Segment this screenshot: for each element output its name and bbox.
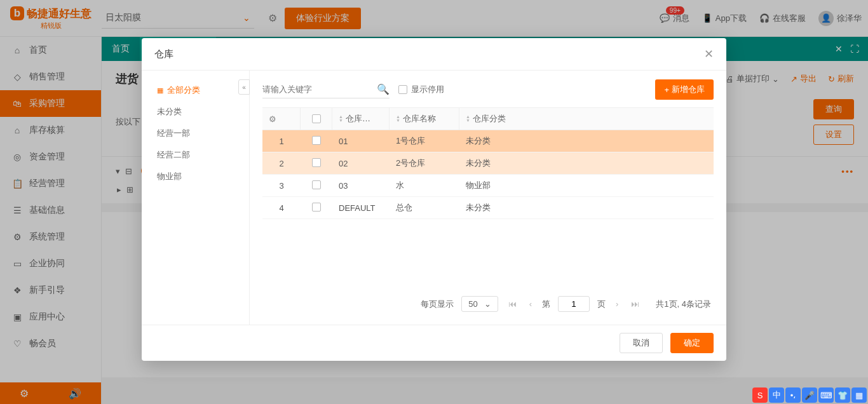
select-all-column[interactable]: [301, 108, 332, 130]
name-column[interactable]: ▲▼仓库名称: [390, 108, 459, 130]
column-label: 仓库分类: [473, 113, 506, 125]
category-item[interactable]: 物业部: [142, 166, 249, 187]
row-checkbox[interactable]: [312, 180, 321, 189]
first-page-icon[interactable]: ⏮: [506, 299, 519, 309]
row-name: 水: [390, 175, 459, 196]
gear-column[interactable]: ⚙: [262, 108, 301, 130]
add-warehouse-button[interactable]: + 新增仓库: [655, 79, 714, 100]
select-all-checkbox[interactable]: [312, 114, 321, 123]
page-prefix: 第: [542, 299, 550, 310]
search-icon[interactable]: 🔍: [377, 83, 390, 95]
row-code: DEFAULT: [332, 198, 390, 218]
row-code: 03: [332, 176, 390, 196]
category-label: 全部分类: [167, 84, 200, 96]
sort-icon: ▲▼: [396, 115, 400, 123]
modal-toolbar: 🔍 显示停用 + 新增仓库: [262, 79, 714, 100]
row-name: 总仓: [390, 197, 459, 219]
last-page-icon[interactable]: ⏭: [628, 299, 642, 309]
row-code: 02: [332, 154, 390, 173]
add-label: 新增仓库: [672, 84, 705, 95]
ime-mic-icon[interactable]: 🎤: [802, 387, 817, 403]
code-column[interactable]: ▲▼仓库…: [332, 108, 390, 130]
row-number: 1: [262, 131, 301, 151]
per-page-value: 50: [468, 299, 477, 309]
row-name: 1号仓库: [390, 130, 459, 152]
column-label: 仓库…: [346, 113, 370, 125]
grid-header: ⚙ ▲▼仓库… ▲▼仓库名称 ▲▼仓库分类: [262, 108, 714, 130]
table-row[interactable]: 4 DEFAULT 总仓 未分类: [262, 197, 714, 219]
search-box: 🔍: [262, 81, 390, 98]
prev-page-icon[interactable]: ‹: [527, 299, 534, 309]
modal-body: « ▦ 全部分类 未分类 经营一部 经营二部 物业部 🔍: [142, 71, 726, 325]
row-cat: 物业部: [459, 175, 714, 196]
warehouse-grid: ⚙ ▲▼仓库… ▲▼仓库名称 ▲▼仓库分类 1 01 1号仓库 未分类: [262, 107, 714, 219]
per-page-select[interactable]: 50 ⌄: [461, 296, 498, 312]
sort-icon: ▲▼: [339, 115, 343, 123]
search-input[interactable]: [262, 81, 377, 98]
row-number: 4: [262, 198, 301, 218]
ime-s-icon[interactable]: S: [752, 387, 768, 403]
show-disabled-toggle[interactable]: 显示停用: [398, 84, 444, 95]
next-page-icon[interactable]: ›: [613, 299, 621, 309]
ime-punct-icon[interactable]: •،: [785, 387, 801, 403]
category-sidebar: « ▦ 全部分类 未分类 经营一部 经营二部 物业部: [142, 71, 250, 325]
table-row[interactable]: 2 02 2号仓库 未分类: [262, 152, 714, 175]
ok-button[interactable]: 确定: [670, 333, 714, 353]
modal-footer: 取消 确定: [142, 325, 726, 361]
show-disabled-label: 显示停用: [411, 84, 444, 95]
modal-title: 仓库: [154, 48, 173, 60]
warehouse-modal: 仓库 ✕ « ▦ 全部分类 未分类 经营一部 经营二部 物业部 🔍: [142, 38, 726, 361]
row-cat: 未分类: [459, 197, 714, 219]
category-all[interactable]: ▦ 全部分类: [142, 79, 249, 101]
modal-main: 🔍 显示停用 + 新增仓库 ⚙ ▲▼仓库…: [250, 71, 726, 325]
pager: 每页显示 50 ⌄ ⏮ ‹ 第 页 › ⏭ 共1页, 4条记录: [262, 288, 714, 320]
row-number: 3: [262, 176, 301, 196]
collapse-handle[interactable]: «: [238, 79, 250, 95]
ime-bar: S 中 •، 🎤 ⌨ 👕 ▦: [751, 386, 868, 404]
grid-icon: ▦: [157, 86, 163, 95]
ime-keyboard-icon[interactable]: ⌨: [818, 387, 834, 403]
page-input[interactable]: [558, 296, 590, 312]
row-checkbox[interactable]: [312, 203, 321, 212]
category-item[interactable]: 经营二部: [142, 144, 249, 166]
column-label: 仓库名称: [403, 113, 436, 125]
row-cat: 未分类: [459, 130, 714, 152]
plus-icon: +: [664, 85, 669, 95]
table-row[interactable]: 1 01 1号仓库 未分类: [262, 130, 714, 152]
modal-overlay: 仓库 ✕ « ▦ 全部分类 未分类 经营一部 经营二部 物业部 🔍: [0, 0, 868, 404]
ime-lang-icon[interactable]: 中: [769, 387, 784, 403]
category-item[interactable]: 经营一部: [142, 123, 249, 144]
close-icon[interactable]: ✕: [704, 47, 714, 61]
row-cat: 未分类: [459, 152, 714, 174]
cancel-button[interactable]: 取消: [620, 333, 663, 353]
show-disabled-checkbox[interactable]: [398, 85, 407, 94]
ime-skin-icon[interactable]: 👕: [835, 387, 850, 403]
row-checkbox[interactable]: [312, 158, 321, 167]
modal-header: 仓库 ✕: [142, 38, 726, 71]
ime-tools-icon[interactable]: ▦: [851, 387, 867, 403]
chevron-down-icon: ⌄: [484, 299, 491, 309]
page-suffix: 页: [597, 299, 606, 310]
category-item[interactable]: 未分类: [142, 101, 249, 123]
row-name: 2号仓库: [390, 152, 459, 174]
sort-icon: ▲▼: [466, 115, 470, 123]
cat-column[interactable]: ▲▼仓库分类: [459, 108, 714, 130]
row-number: 2: [262, 154, 301, 173]
pager-summary: 共1页, 4条记录: [656, 299, 711, 310]
table-row[interactable]: 3 03 水 物业部: [262, 175, 714, 197]
row-checkbox[interactable]: [312, 136, 321, 145]
per-page-label: 每页显示: [421, 299, 454, 310]
row-code: 01: [332, 131, 390, 151]
